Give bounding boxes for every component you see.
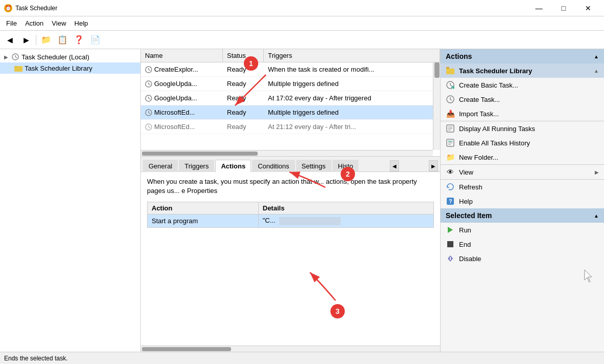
right-import-task[interactable]: 📥 Import Task... <box>441 106 604 121</box>
svg-rect-5 <box>14 66 23 72</box>
tab-history[interactable]: Histo <box>332 160 359 172</box>
actions-table: Action Details Start a program "C... <box>147 202 434 228</box>
clock-icon-local <box>11 53 19 61</box>
right-help[interactable]: ? Help <box>441 194 604 208</box>
center-panel: Name Status Triggers CreateExplor... Rea… <box>141 49 440 352</box>
toolbar-back[interactable]: ◀ <box>2 33 17 47</box>
right-new-folder-label: New Folder... <box>459 154 599 161</box>
right-create-basic-label: Create Basic Task... <box>459 81 599 89</box>
right-create-task-label: Create Task... <box>459 96 599 103</box>
close-button[interactable]: ✕ <box>576 0 600 16</box>
svg-text:+: + <box>452 87 454 90</box>
right-create-basic-icon: + <box>446 80 455 90</box>
task-list-scrollbar[interactable] <box>433 62 440 150</box>
menu-action[interactable]: Action <box>21 18 48 28</box>
task-name-2: GoogleUpda... <box>141 91 223 105</box>
task-row-2[interactable]: GoogleUpda... Ready At 17:02 every day -… <box>141 91 440 105</box>
task-status-0: Ready <box>223 62 264 76</box>
right-running-label: Display All Running Tasks <box>459 125 599 133</box>
right-disable-icon <box>446 254 455 263</box>
task-row-1[interactable]: GoogleUpda... Ready Multiple triggers de… <box>141 77 440 91</box>
toolbar-doc[interactable]: 📄 <box>88 33 103 47</box>
task-triggers-1: Multiple triggers defined <box>264 77 440 91</box>
main-content: ▶ Task Scheduler (Local) Task Scheduler … <box>0 49 604 352</box>
col-header-triggers: Triggers <box>264 49 440 62</box>
svg-line-33 <box>450 99 452 100</box>
menu-view[interactable]: View <box>48 18 70 28</box>
right-view[interactable]: 👁 View ▶ <box>441 165 604 179</box>
svg-line-23 <box>149 127 150 128</box>
tree-item-local[interactable]: ▶ Task Scheduler (Local) <box>0 51 140 62</box>
status-text: Ends the selected task. <box>4 355 68 362</box>
tree-item-library[interactable]: Task Scheduler Library <box>0 62 140 74</box>
tree-arrow-local: ▶ <box>4 54 10 60</box>
action-cell-details: "C... <box>258 215 433 228</box>
menu-file[interactable]: File <box>2 18 21 28</box>
right-refresh[interactable]: Refresh <box>441 180 604 194</box>
action-cell-action: Start a program <box>148 215 259 228</box>
detail-hscroll-thumb[interactable] <box>142 347 231 351</box>
toolbar-separator-1 <box>36 35 36 45</box>
right-end-icon <box>446 240 455 249</box>
right-new-folder[interactable]: 📁 New Folder... <box>441 150 604 164</box>
window-controls: — □ ✕ <box>527 0 600 16</box>
tab-conditions[interactable]: Conditions <box>252 160 295 172</box>
toolbar-help[interactable]: ❓ <box>71 33 87 47</box>
tab-settings[interactable]: Settings <box>296 160 331 172</box>
right-run-label: Run <box>459 226 599 234</box>
right-end[interactable]: End <box>441 237 604 251</box>
right-run[interactable]: Run <box>441 223 604 237</box>
tree-label-local: Task Scheduler (Local) <box>22 53 89 61</box>
toolbar-folder[interactable]: 📁 <box>38 33 54 47</box>
left-panel: ▶ Task Scheduler (Local) Task Scheduler … <box>0 49 141 352</box>
maximize-button[interactable]: □ <box>552 0 575 16</box>
right-create-basic-task[interactable]: + Create Basic Task... <box>441 78 604 92</box>
task-row-3[interactable]: MicrosoftEd... Ready Multiple triggers d… <box>141 105 440 120</box>
app-icon: ⏰ <box>4 4 12 12</box>
tab-nav-forward[interactable]: ▶ <box>429 160 438 172</box>
right-end-label: End <box>459 241 599 248</box>
task-row-4[interactable]: MicrosoftEd... Ready At 21:12 every day … <box>141 120 440 134</box>
right-section-actions-header: Actions ▲ <box>441 49 604 63</box>
task-name-4: MicrosoftEd... <box>141 120 223 134</box>
right-enable-history[interactable]: Enable All Tasks History <box>441 136 604 150</box>
right-history-label: Enable All Tasks History <box>459 139 599 147</box>
tab-nav-back[interactable]: ◀ <box>390 160 399 172</box>
right-help-label: Help <box>459 198 599 205</box>
right-selected-collapse[interactable]: ▲ <box>594 213 599 219</box>
toolbar: ◀ ▶ 📁 📋 ❓ 📄 <box>0 31 604 49</box>
right-running-tasks[interactable]: Display All Running Tasks <box>441 121 604 136</box>
task-list-scroll-thumb[interactable] <box>434 62 440 78</box>
detail-hscrollbar[interactable] <box>141 346 440 352</box>
toolbar-clipboard[interactable]: 📋 <box>55 33 70 47</box>
toolbar-forward[interactable]: ▶ <box>18 33 34 47</box>
right-run-icon <box>446 225 455 234</box>
right-running-icon <box>446 124 455 133</box>
minimize-button[interactable]: — <box>527 0 551 16</box>
task-row-0[interactable]: CreateExplor... Ready When the task is c… <box>141 62 440 77</box>
tree-label-library: Task Scheduler Library <box>25 65 92 72</box>
task-list-hscrollbar[interactable] <box>141 150 433 156</box>
task-triggers-4: At 21:12 every day - After tri... <box>264 120 440 134</box>
tab-general[interactable]: General <box>143 160 178 172</box>
right-new-folder-icon: 📁 <box>446 153 455 162</box>
detail-content: When you create a task, you must specify… <box>141 172 440 346</box>
right-create-task[interactable]: Create Task... <box>441 92 604 106</box>
right-disable-label: Disable <box>459 255 599 263</box>
right-selected-title: Selected Item <box>446 211 492 220</box>
task-name-1: GoogleUpda... <box>141 77 223 91</box>
tab-triggers[interactable]: Triggers <box>179 160 214 172</box>
task-list-hscroll-thumb[interactable] <box>142 152 258 156</box>
center-wrapper: 1 2 3 <box>141 49 440 352</box>
right-actions-collapse[interactable]: ▲ <box>594 54 599 59</box>
tab-actions[interactable]: Actions <box>215 160 251 172</box>
svg-rect-24 <box>446 69 454 74</box>
cursor-area <box>441 266 604 286</box>
right-view-arrow: ▶ <box>595 169 599 175</box>
menu-help[interactable]: Help <box>70 18 92 28</box>
right-disable[interactable]: Disable <box>441 251 604 266</box>
right-library-item[interactable]: Task Scheduler Library ▲ <box>441 63 604 78</box>
action-row-0[interactable]: Start a program "C... <box>148 215 434 228</box>
right-import-icon: 📥 <box>446 109 455 118</box>
folder-icon-library <box>14 64 23 72</box>
